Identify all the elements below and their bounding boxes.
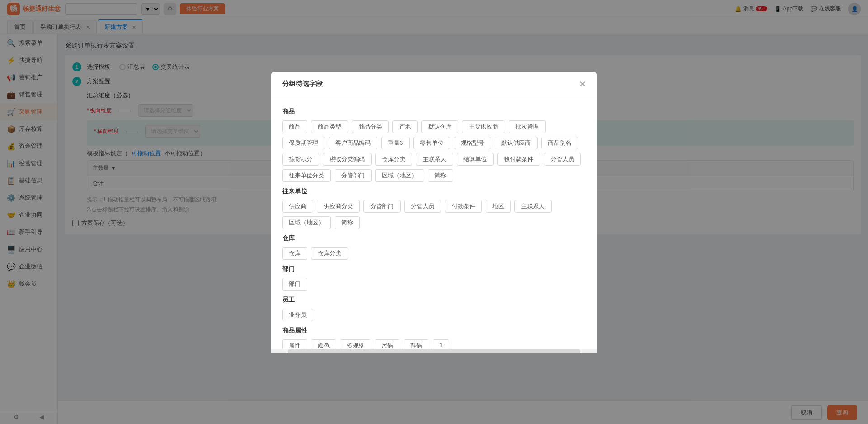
modal-body: 商品 商品 商品类型 商品分类 产地 默认仓库 主要供应商 批次管理 保质期管理…	[271, 95, 597, 349]
tag-warehouse-cat[interactable]: 仓库分类	[375, 153, 412, 166]
tag-salesperson[interactable]: 业务员	[282, 309, 313, 321]
tag-multi-spec[interactable]: 多规格	[340, 339, 371, 349]
tag-supplier-category[interactable]: 供应商分类	[317, 200, 360, 213]
section-title-goods: 商品	[282, 108, 586, 116]
section-title-warehouse: 仓库	[282, 234, 586, 243]
tag-spec-model[interactable]: 规格型号	[454, 137, 491, 149]
tag-shoe-size[interactable]: 鞋码	[404, 339, 429, 349]
modal: 分组待选字段 ✕ 商品 商品 商品类型 商品分类 产地 默认仓库 主要供应商 批…	[271, 72, 597, 353]
tag-origin[interactable]: 产地	[392, 120, 418, 133]
tag-settlement-unit[interactable]: 结算单位	[457, 153, 494, 166]
warehouse-tags: 仓库 仓库分类	[282, 247, 586, 260]
tag-pick-points[interactable]: 拣货积分	[282, 153, 319, 166]
tag-default-supplier[interactable]: 默认供应商	[495, 137, 538, 149]
tag-customer-code[interactable]: 客户商品编码	[329, 137, 377, 149]
partner-tags-2: 区域（地区） 简称	[282, 216, 586, 229]
goods-tags-2: 保质期管理 客户商品编码 重量3 零售单位 规格型号 默认供应商 商品别名	[282, 137, 586, 149]
tag-size[interactable]: 尺码	[375, 339, 400, 349]
goods-tags-3: 拣货积分 税收分类编码 仓库分类 主联系人 结算单位 收付款条件 分管人员	[282, 153, 586, 166]
tag-area[interactable]: 地区	[486, 200, 511, 213]
tag-main-supplier[interactable]: 主要供应商	[462, 120, 505, 133]
tag-supplier[interactable]: 供应商	[282, 200, 313, 213]
modal-title: 分组待选字段	[282, 80, 323, 88]
modal-overlay: 分组待选字段 ✕ 商品 商品 商品类型 商品分类 产地 默认仓库 主要供应商 批…	[0, 0, 868, 424]
tag-goods-type[interactable]: 商品类型	[311, 120, 348, 133]
partner-tags-1: 供应商 供应商分类 分管部门 分管人员 付款条件 地区 主联系人	[282, 200, 586, 213]
tag-default-warehouse[interactable]: 默认仓库	[421, 120, 458, 133]
tag-batch-mgmt[interactable]: 批次管理	[509, 120, 546, 133]
tag-dept-incharge[interactable]: 分管部门	[335, 169, 372, 182]
goods-tags-4: 往来单位分类 分管部门 区域（地区） 简称	[282, 169, 586, 182]
tag-dept-managed[interactable]: 分管部门	[363, 200, 401, 213]
section-title-partner: 往来单位	[282, 187, 586, 195]
goods-attr-tags: 属性 颜色 多规格 尺码 鞋码 1	[282, 339, 586, 349]
section-title-goods-attr: 商品属性	[282, 327, 586, 335]
tag-goods[interactable]: 商品	[282, 120, 307, 133]
tag-warehouse[interactable]: 仓库	[282, 247, 307, 260]
tag-short-name[interactable]: 简称	[428, 169, 453, 182]
tag-payment-terms[interactable]: 收付款条件	[497, 153, 540, 166]
tag-managed-person[interactable]: 分管人员	[404, 200, 441, 213]
goods-tags: 商品 商品类型 商品分类 产地 默认仓库 主要供应商 批次管理	[282, 120, 586, 133]
tag-short-name2[interactable]: 简称	[335, 216, 360, 229]
tag-partner-category[interactable]: 往来单位分类	[282, 169, 331, 182]
modal-close-btn[interactable]: ✕	[579, 79, 586, 89]
tag-main-contact[interactable]: 主联系人	[416, 153, 453, 166]
tag-main-contact2[interactable]: 主联系人	[514, 200, 552, 213]
section-title-employee: 员工	[282, 296, 586, 304]
tag-color[interactable]: 颜色	[311, 339, 336, 349]
tag-manager[interactable]: 分管人员	[544, 153, 581, 166]
tag-region2[interactable]: 区域（地区）	[282, 216, 331, 229]
tag-warehouse-cat2[interactable]: 仓库分类	[311, 247, 348, 260]
employee-tags: 业务员	[282, 309, 586, 321]
modal-header: 分组待选字段 ✕	[271, 72, 597, 95]
tag-attribute[interactable]: 属性	[282, 339, 307, 349]
tag-one[interactable]: 1	[433, 339, 449, 349]
tag-goods-category[interactable]: 商品分类	[352, 120, 389, 133]
tag-retail-unit[interactable]: 零售单位	[413, 137, 450, 149]
tag-region[interactable]: 区域（地区）	[375, 169, 424, 182]
tag-expiry-mgmt[interactable]: 保质期管理	[282, 137, 325, 149]
modal-horizontal-scrollbar[interactable]	[271, 349, 597, 352]
tag-weight3[interactable]: 重量3	[381, 137, 410, 149]
section-title-dept: 部门	[282, 265, 586, 273]
tag-tax-code[interactable]: 税收分类编码	[323, 153, 372, 166]
tag-goods-alias[interactable]: 商品别名	[541, 137, 578, 149]
tag-dept[interactable]: 部门	[282, 278, 307, 291]
dept-tags: 部门	[282, 278, 586, 291]
tag-payment-cond[interactable]: 付款条件	[445, 200, 482, 213]
